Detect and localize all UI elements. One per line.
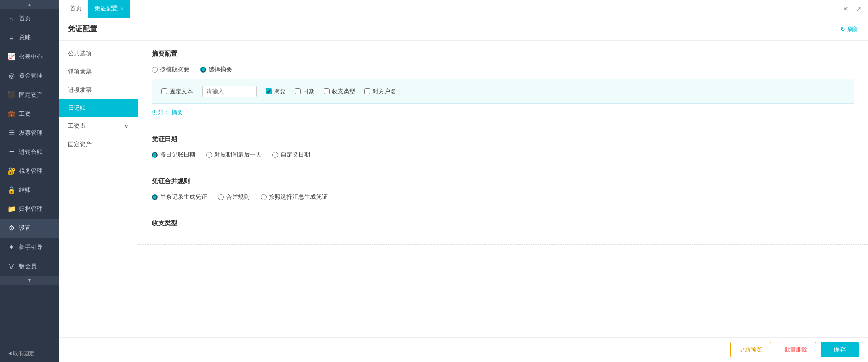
sidebar-item-closing[interactable]: 🔒 结账 <box>0 181 59 200</box>
settings-icon: ⚙ <box>7 224 15 232</box>
tab-restore-button[interactable]: ⤢ <box>854 4 863 14</box>
checkbox-date-input[interactable] <box>295 88 301 94</box>
batch-delete-button[interactable]: 批量删除 <box>776 342 816 357</box>
voucher-date-radio-group: 按日记账日期 对应期间最后一天 自定义日期 <box>152 151 854 159</box>
sidebar-item-label: 归档管理 <box>19 205 43 213</box>
sidebar-item-settings[interactable]: ⚙ 设置 <box>0 219 59 238</box>
radio-template-summary[interactable]: 按模版摘要 <box>152 65 189 73</box>
summary-config-radio-group: 按模版摘要 选择摘要 <box>152 65 854 73</box>
checkbox-income-type[interactable]: 收支类型 <box>324 88 355 96</box>
radio-merge-label: 合并规则 <box>226 193 250 201</box>
checkbox-counterparty[interactable]: 对方户名 <box>364 88 396 96</box>
main-area: 首页 凭证配置 × ✕ ⤢ 凭证配置 ↻ 刷新 公共选项 <box>59 0 868 362</box>
sidebar-item-label: 总账 <box>19 34 31 42</box>
radio-last-day-input[interactable] <box>206 152 212 158</box>
income-type-title: 收支类型 <box>152 220 854 228</box>
save-button[interactable]: 保存 <box>821 342 859 357</box>
radio-template-label: 按模版摘要 <box>160 65 189 73</box>
sidebar: ▲ ⌂ 首页 ≡ 总账 📈 报表中心 ◎ 资金管理 ⬛ 固定资产 💼 工资 ☰ … <box>0 0 59 362</box>
sidebar-item-assets[interactable]: ⬛ 固定资产 <box>0 85 59 104</box>
chevron-down-icon: ∨ <box>124 123 129 130</box>
sidebar-scroll-up[interactable]: ▲ <box>0 0 59 9</box>
radio-select-summary[interactable]: 选择摘要 <box>200 65 232 73</box>
income-type-section: 收支类型 <box>138 210 868 245</box>
radio-last-day[interactable]: 对应期间最后一天 <box>206 151 262 159</box>
sidebar-item-tax[interactable]: 🔐 税务管理 <box>0 161 59 181</box>
left-nav-purchase-invoice-label: 进项发票 <box>68 86 92 94</box>
update-preview-button[interactable]: 更新预览 <box>730 342 771 357</box>
radio-select-merge-input[interactable] <box>261 194 267 200</box>
refresh-button[interactable]: ↻ 刷新 <box>840 25 859 34</box>
tab-close-button[interactable]: × <box>121 5 124 12</box>
tax-icon: 🔐 <box>7 167 15 175</box>
example-label: 例如： <box>152 109 170 116</box>
right-content: 摘要配置 按模版摘要 选择摘要 <box>138 41 868 337</box>
sidebar-item-label: 发票管理 <box>19 129 43 137</box>
checkbox-fixed-text-input[interactable] <box>161 88 167 94</box>
left-nav-purchase-invoice[interactable]: 进项发票 <box>59 81 138 99</box>
radio-custom-date[interactable]: 自定义日期 <box>272 151 310 159</box>
left-nav-fixed-assets[interactable]: 固定资产 <box>59 135 138 153</box>
refresh-icon: ↻ <box>840 26 845 33</box>
voucher-date-section: 凭证日期 按日记账日期 对应期间最后一天 自定义日期 <box>138 126 868 168</box>
radio-template-input[interactable] <box>152 67 158 73</box>
radio-custom-date-input[interactable] <box>272 152 278 158</box>
checkbox-fixed-text[interactable]: 固定文本 <box>161 88 193 96</box>
sidebar-item-invoice[interactable]: ☰ 发票管理 <box>0 123 59 142</box>
cancel-fixed-label: ◄取消固定 <box>7 350 34 357</box>
tab-home[interactable]: 首页 <box>63 0 88 18</box>
left-nav-payroll-label: 工资表 <box>68 122 86 130</box>
left-nav-payroll[interactable]: 工资表 ∨ <box>59 117 138 135</box>
radio-select-input[interactable] <box>200 67 206 73</box>
left-nav-public[interactable]: 公共选项 <box>59 44 138 63</box>
checkbox-counterparty-input[interactable] <box>364 88 370 94</box>
tab-bar: 首页 凭证配置 × ✕ ⤢ <box>59 0 868 18</box>
tab-home-label: 首页 <box>70 5 82 13</box>
trading-icon: ≣ <box>7 148 15 156</box>
sidebar-item-vip[interactable]: V 畅会员 <box>0 257 59 276</box>
sidebar-item-salary[interactable]: 💼 工资 <box>0 104 59 123</box>
fixed-text-input[interactable] <box>202 86 257 97</box>
radio-merge[interactable]: 合并规则 <box>218 193 250 201</box>
funds-icon: ◎ <box>7 72 15 80</box>
checkbox-summary-input[interactable] <box>266 88 272 94</box>
sidebar-item-ledger[interactable]: ≡ 总账 <box>0 28 59 47</box>
page-body: 公共选项 销项发票 进项发票 日记账 工资表 ∨ 固定资产 <box>59 41 868 337</box>
vip-icon: V <box>7 263 15 270</box>
checkbox-date[interactable]: 日期 <box>295 88 315 96</box>
sidebar-item-home[interactable]: ⌂ 首页 <box>0 9 59 28</box>
left-nav-sales-invoice[interactable]: 销项发票 <box>59 63 138 81</box>
radio-single-input[interactable] <box>152 194 158 200</box>
left-nav-journal-label: 日记账 <box>68 104 86 112</box>
radio-select-merge[interactable]: 按照选择汇总生成凭证 <box>261 193 328 201</box>
assets-icon: ⬛ <box>7 91 15 99</box>
checkbox-row: 固定文本 摘要 日期 收支类型 <box>152 79 854 104</box>
checkbox-summary[interactable]: 摘要 <box>266 88 286 96</box>
left-nav-journal[interactable]: 日记账 <box>59 99 138 117</box>
radio-single-label: 单条记录生成凭证 <box>160 193 207 201</box>
guide-icon: ✦ <box>7 243 15 251</box>
sidebar-item-label: 新手引导 <box>19 243 43 251</box>
merge-rule-radio-group: 单条记录生成凭证 合并规则 按照选择汇总生成凭证 <box>152 193 854 201</box>
sidebar-item-funds[interactable]: ◎ 资金管理 <box>0 66 59 85</box>
sidebar-item-reports[interactable]: 📈 报表中心 <box>0 47 59 66</box>
radio-single[interactable]: 单条记录生成凭证 <box>152 193 207 201</box>
radio-merge-input[interactable] <box>218 194 224 200</box>
left-nav-sales-invoice-label: 销项发票 <box>68 68 92 76</box>
sidebar-scroll-down[interactable]: ▼ <box>0 276 59 285</box>
radio-select-label: 选择摘要 <box>209 65 232 73</box>
radio-journal-date[interactable]: 按日记账日期 <box>152 151 195 159</box>
sidebar-item-archive[interactable]: 📁 归档管理 <box>0 200 59 219</box>
checkbox-income-type-input[interactable] <box>324 88 330 94</box>
checkbox-fixed-text-label: 固定文本 <box>170 88 193 96</box>
tab-voucher-config[interactable]: 凭证配置 × <box>88 0 130 18</box>
ledger-icon: ≡ <box>7 34 15 42</box>
tab-close-window-button[interactable]: ✕ <box>841 4 850 14</box>
sidebar-item-trading[interactable]: ≣ 进销台账 <box>0 142 59 161</box>
cancel-fixed-button[interactable]: ◄取消固定 <box>0 345 59 362</box>
sidebar-item-label: 首页 <box>19 15 31 23</box>
page-outer: 凭证配置 ↻ 刷新 公共选项 销项发票 进项发票 日记账 <box>59 18 868 362</box>
archive-icon: 📁 <box>7 205 15 213</box>
radio-journal-date-input[interactable] <box>152 152 158 158</box>
sidebar-item-guide[interactable]: ✦ 新手引导 <box>0 238 59 257</box>
